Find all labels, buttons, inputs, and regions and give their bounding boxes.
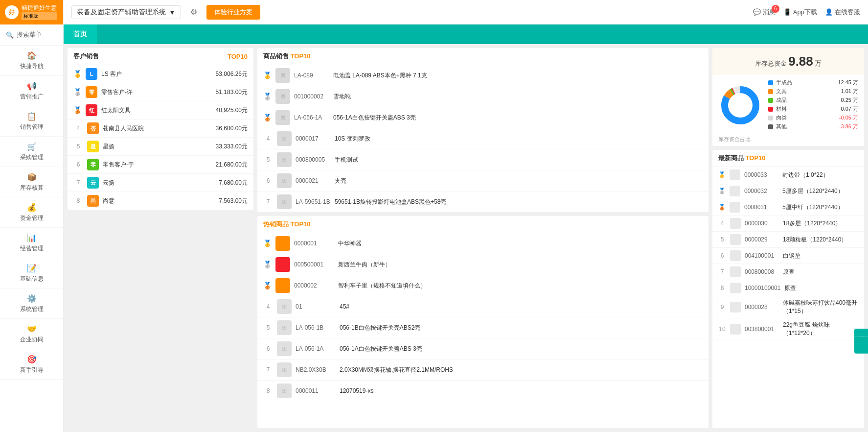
hot-product-item: 🥉 0000002 智利车子里（规格不知道填什么） [257,275,708,296]
messages-badge: 6 [772,5,779,13]
legend-item: 成品 0.25 万 [768,96,858,104]
product-name: 22g鱼豆腐-烧烤味（1*12*20） [783,321,858,337]
legend-value: 0.07 万 [841,105,858,113]
latest-product-item: 6 004100001 白钢垫 [712,248,864,264]
customer-avatar: 杏 [87,122,99,134]
sidebar-item-营销推广[interactable]: 📢营销推广 [0,76,63,106]
customer-amount: 53,006.26元 [216,70,248,78]
left-column: 客户销售 TOP10 🥇 L LS 客户 53,006.26元 🥈 零 零售客户… [68,48,253,428]
messages-action[interactable]: 💬 消息 6 [753,8,776,17]
customer-amount: 7,680.00元 [219,179,248,187]
sidebar-item-基础信息[interactable]: 📝基础信息 [0,258,63,288]
legend-dot [768,98,773,103]
product-img: 图 [277,362,292,377]
page-tab-bar: 首页 [64,24,868,44]
product-code: LA-056-1A [294,114,333,121]
float-live[interactable]: 直播 [854,345,868,354]
settings-icon[interactable]: ⚙ [187,5,201,19]
sidebar-nav: 🏠快捷导航📢营销推广📋销售管理🛒采购管理📦库存核算💰资金管理📊经营管理📝基础信息… [0,46,63,380]
hot-product-item: 4 图 01 45# [257,296,708,317]
rank-medal: 🥇 [73,70,82,78]
product-name: 10S 变刺罗孜 [335,135,370,143]
nav-icon: 📢 [27,81,37,91]
trial-button[interactable]: 体验行业方案 [206,5,260,20]
hot-product-item: 6 图 LA-056-1A 056-1A白色按键开关盖ABS 3壳 [257,338,708,360]
sidebar-item-快捷导航[interactable]: 🏠快捷导航 [0,46,63,76]
sidebar-item-新手引导[interactable]: 🎯新手引导 [0,349,63,380]
nav-icon: 📋 [27,111,37,121]
online-service-label: 在线客服 [835,8,860,17]
product-code: 0000001 [294,240,338,247]
sidebar-logo: 好 畅捷通好生意 标准版 [0,0,63,24]
nav-icon: 🏠 [27,50,37,60]
product-name: 原查 [783,268,795,276]
chevron-down-icon: ▼ [169,8,176,16]
product-code: 0000030 [745,220,779,227]
product-img: 图 [275,110,290,125]
online-service-action[interactable]: 👤 在线客服 [825,8,860,17]
nav-label: 系统管理 [20,305,44,313]
customer-sales-title: 客户销售 [73,52,99,61]
product-code: 01 [296,303,340,310]
sales-item: 6 零 零售客户-于 21,680.00元 [68,156,253,174]
top-header: 装备及固定资产辅助管理系统 ▼ ⚙ 体验行业方案 💬 消息 6 📱 App下载 … [64,0,868,24]
product-code: 0000029 [745,236,779,243]
sidebar-search-area[interactable]: 🔍 搜索菜单 [0,24,63,46]
product-code: 000800008 [745,268,779,275]
customer-avatar: 星 [87,141,99,152]
latest-products-header: 最新商品 TOP10 [712,150,864,167]
product-code: 0000031 [744,204,778,211]
sidebar-item-销售管理[interactable]: 📋销售管理 [0,106,63,137]
legend-item: 半成品 12.45 万 [768,79,858,86]
system-selector[interactable]: 装备及固定资产辅助管理系统 ▼ [71,5,181,19]
product-code: 10000100001 [745,285,780,291]
legend-label: 半成品 [776,79,835,86]
product-name: 封边带（1.0*22） [782,171,829,179]
tab-home[interactable]: 首页 [64,24,97,44]
product-img [275,278,290,293]
rank-medal: 🥉 [73,106,82,114]
donut-chart [718,83,762,127]
float-customer-service[interactable]: 客服热线 [854,329,868,337]
customer-name: 星扬 [103,143,216,151]
latest-product-item: 9 0000028 体碱嘉枝味苏打饮品400毫升（1*15） [712,296,864,318]
search-menu-button[interactable]: 🔍 搜索菜单 [4,28,59,41]
legend-label: 文具 [776,88,838,95]
nav-label: 营销推广 [20,93,44,101]
product-code: LA-59651-1B [296,198,335,205]
search-menu-label: 搜索菜单 [17,30,42,39]
sidebar-item-系统管理[interactable]: ⚙️系统管理 [0,288,63,319]
system-name: 装备及固定资产辅助管理系统 [77,8,166,17]
float-service-community[interactable]: 服务社区 [854,337,868,345]
sidebar-item-库存核算[interactable]: 📦库存核算 [0,167,63,197]
customer-amount: 51,183.00元 [216,88,248,96]
sidebar: 好 畅捷通好生意 标准版 🔍 搜索菜单 🏠快捷导航📢营销推广📋销售管理🛒采购管理… [0,0,64,432]
customer-avatar: 红 [86,104,97,116]
product-name: 056-1A白色按键开关盖ABS 3壳 [333,114,416,122]
product-code: 003800001 [745,326,779,333]
sidebar-item-企业协同[interactable]: 🤝企业协同 [0,319,63,349]
customer-sales-card: 客户销售 TOP10 🥇 L LS 客户 53,006.26元 🥈 零 零售客户… [68,48,253,210]
hot-product-item: 8 图 0000011 12070519-xs [257,381,708,400]
stock-sold-list: 🥇 图 LA-089 电池盖 LA-089 ABS本色+黑种 7.1克 🥈 图 … [257,65,708,212]
legend-label: 材料 [776,105,838,113]
latest-products-card: 最新商品 TOP10 🥇 0000033 封边带（1.0*22） 🥈 00000… [712,150,864,428]
sidebar-item-资金管理[interactable]: 💰资金管理 [0,197,63,228]
product-name: 18多层（1220*2440） [783,219,841,228]
product-code: 0000032 [744,188,778,194]
right-column: 库存总资金 9.88 万 [712,48,864,428]
search-icon: 🔍 [6,31,14,39]
product-code: NB2.0X30B [296,366,340,373]
product-name: 5厘中纤（1220*2440） [782,203,844,212]
product-img: 图 [277,299,292,314]
app-download-action[interactable]: 📱 App下载 [783,8,817,17]
nav-icon: 🎯 [27,354,37,364]
sidebar-item-采购管理[interactable]: 🛒采购管理 [0,137,63,167]
product-name: 雪地靴 [333,93,351,101]
product-code: 0000028 [745,304,779,311]
product-name: 体碱嘉枝味苏打饮品400毫升（1*15） [783,299,858,315]
product-img [730,324,741,335]
legend-value: -3.86 万 [839,123,858,130]
sidebar-item-经营管理[interactable]: 📊经营管理 [0,228,63,258]
customer-sales-top: TOP10 [228,53,248,60]
